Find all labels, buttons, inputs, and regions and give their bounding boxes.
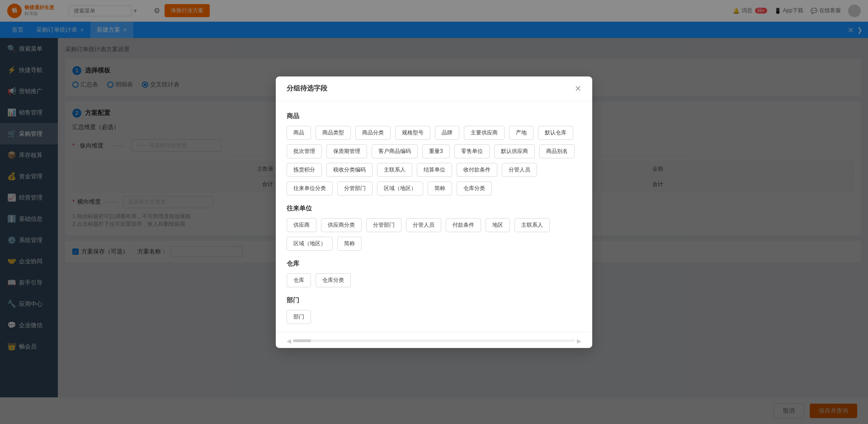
modal-field-tag[interactable]: 默认供应商 [494, 144, 535, 158]
modal-field-tag[interactable]: 简称 [428, 181, 452, 195]
modal-field-tag[interactable]: 收付款条件 [457, 163, 497, 177]
modal-field-tag[interactable]: 分管部门 [337, 181, 373, 195]
modal-field-tag[interactable]: 批次管理 [287, 144, 322, 158]
modal-section-label-商品: 商品 [287, 112, 581, 120]
h-scroll-bar-row: ◀ ▶ [287, 336, 581, 346]
modal-section-label-仓库: 仓库 [287, 260, 581, 268]
modal-field-tag[interactable]: 规格型号 [395, 126, 430, 140]
modal-field-tag[interactable]: 地区 [486, 218, 510, 232]
h-scrollbar[interactable] [293, 339, 575, 342]
modal-section-往来单位: 往来单位供应商供应商分类分管部门分管人员付款条件地区主联系人区域（地区）简称 [287, 205, 581, 251]
modal-close-btn[interactable]: ✕ [575, 84, 581, 94]
modal-field-tag[interactable]: 仓库分类 [457, 181, 492, 195]
modal-field-tag[interactable]: 区域（地区） [287, 237, 333, 251]
modal-field-tag[interactable]: 简称 [337, 237, 362, 251]
modal-section-部门: 部门部门 [287, 296, 581, 324]
modal-field-tag[interactable]: 重量3 [422, 144, 450, 158]
modal-field-tag[interactable]: 分管人员 [502, 163, 537, 177]
modal-field-tag[interactable]: 主联系人 [377, 163, 412, 177]
modal-header: 分组待选字段 ✕ [276, 76, 592, 101]
h-scroll-left-icon[interactable]: ◀ [287, 338, 291, 344]
modal-field-tag[interactable]: 供应商分类 [321, 218, 362, 232]
modal-title: 分组待选字段 [287, 84, 327, 93]
modal-field-tag[interactable]: 默认仓库 [538, 126, 573, 140]
modal-field-tag[interactable]: 供应商 [287, 218, 316, 232]
modal-body: 商品商品商品类型商品分类规格型号品牌主要供应商产地默认仓库批次管理保质期管理客户… [276, 101, 592, 332]
modal-field-grid-仓库: 仓库仓库分类 [287, 273, 581, 287]
modal-field-grid-部门: 部门 [287, 310, 581, 324]
modal-section-label-往来单位: 往来单位 [287, 205, 581, 213]
modal-field-tag[interactable]: 拣货积分 [287, 163, 322, 177]
modal-field-tag[interactable]: 税收分类编码 [326, 163, 373, 177]
h-scrollbar-thumb [293, 339, 311, 342]
modal-field-tag[interactable]: 主要供应商 [464, 126, 505, 140]
modal-field-tag[interactable]: 商品 [287, 126, 311, 140]
modal-group-fields: 分组待选字段 ✕ 商品商品商品类型商品分类规格型号品牌主要供应商产地默认仓库批次… [276, 76, 592, 348]
modal-field-tag[interactable]: 主联系人 [514, 218, 550, 232]
modal-field-grid-商品: 商品商品类型商品分类规格型号品牌主要供应商产地默认仓库批次管理保质期管理客户商品… [287, 126, 581, 195]
modal-field-tag[interactable]: 商品类型 [316, 126, 351, 140]
modal-field-tag[interactable]: 客户商品编码 [372, 144, 418, 158]
modal-section-仓库: 仓库仓库仓库分类 [287, 260, 581, 287]
modal-field-tag[interactable]: 零售单位 [454, 144, 490, 158]
modal-field-tag[interactable]: 仓库分类 [316, 273, 351, 287]
modal-section-商品: 商品商品商品类型商品分类规格型号品牌主要供应商产地默认仓库批次管理保质期管理客户… [287, 112, 581, 195]
modal-field-tag[interactable]: 产地 [509, 126, 533, 140]
modal-field-tag[interactable]: 区域（地区） [377, 181, 423, 195]
modal-field-tag[interactable]: 仓库 [287, 273, 311, 287]
modal-field-tag[interactable]: 结算单位 [417, 163, 452, 177]
modal-field-grid-往来单位: 供应商供应商分类分管部门分管人员付款条件地区主联系人区域（地区）简称 [287, 218, 581, 251]
h-scroll-right-icon[interactable]: ▶ [577, 338, 581, 344]
modal-section-label-部门: 部门 [287, 296, 581, 305]
modal-field-tag[interactable]: 品牌 [435, 126, 459, 140]
modal-field-tag[interactable]: 保质期管理 [326, 144, 367, 158]
modal-field-tag[interactable]: 分管人员 [406, 218, 441, 232]
modal-field-tag[interactable]: 分管部门 [366, 218, 401, 232]
modal-hscroll-area: ◀ ▶ [276, 332, 592, 348]
modal-field-tag[interactable]: 部门 [287, 310, 311, 324]
modal-field-tag[interactable]: 商品分类 [355, 126, 391, 140]
modal-field-tag[interactable]: 付款条件 [446, 218, 481, 232]
modal-field-tag[interactable]: 商品别名 [539, 144, 575, 158]
modal-field-tag[interactable]: 往来单位分类 [287, 181, 333, 195]
